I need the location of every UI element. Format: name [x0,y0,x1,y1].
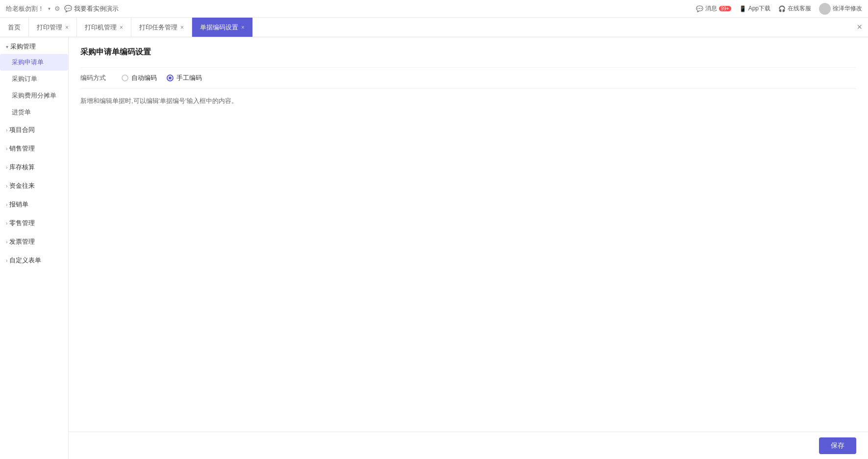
sidebar-group-inventory[interactable]: › 库存核算 [0,158,68,177]
sidebar-group-retail[interactable]: › 零售管理 [0,214,68,232]
tab-print-mgmt[interactable]: 打印管理 × [29,18,77,37]
chevron-down-icon: ▾ [6,44,8,50]
chevron-right-icon: › [6,258,7,263]
tab-printer-mgmt[interactable]: 打印机管理 × [77,18,131,37]
gear-icon[interactable]: ⚙ [54,5,60,12]
top-bar: 给老板勿割！ ▾ ⚙ 💬 我要看实例演示 💬 消息 99+ 📱 App下载 🎧 … [0,0,868,18]
headset-icon: 🎧 [778,5,786,12]
save-button[interactable]: 保存 [819,437,856,454]
sidebar-item-purchase-in[interactable]: 进货单 [0,104,68,121]
phone-icon: 📱 [739,5,746,12]
sidebar-group-capital[interactable]: › 资金往来 [0,177,68,195]
encoding-label: 编码方式 [80,74,110,82]
user-menu[interactable]: 徐泽华修改 [819,3,862,15]
sidebar: ▾ 采购管理 采购申请单 采购订单 采购费用分摊单 进货单 › 项目合同 › 销… [0,37,69,459]
sidebar-group-custom-forms[interactable]: › 自定义表单 [0,251,68,270]
close-barcode-setting-icon[interactable]: × [241,24,245,31]
top-bar-left: 给老板勿割！ ▾ ⚙ 💬 我要看实例演示 [6,4,119,13]
encoding-row: 编码方式 自动编码 手工编码 [80,67,856,89]
radio-manual-code[interactable]: 手工编码 [167,74,202,82]
message-icon: 💬 [696,5,703,12]
chevron-right-icon: › [6,146,7,152]
tab-print-task-mgmt[interactable]: 打印任务管理 × [131,18,192,37]
tab-bar-spacer [253,18,851,37]
sidebar-group-purchase[interactable]: ▾ 采购管理 [0,37,68,54]
content-area: 采购申请单编码设置 编码方式 自动编码 手工编码 新增和编辑单据时,可以编辑'单… [69,37,868,459]
close-printer-mgmt-icon[interactable]: × [120,24,123,31]
close-print-task-mgmt-icon[interactable]: × [180,24,184,31]
chevron-right-icon: › [6,165,7,170]
radio-manual-code-circle [167,75,174,81]
close-print-mgmt-icon[interactable]: × [65,24,69,31]
content-inner: 采购申请单编码设置 编码方式 自动编码 手工编码 新增和编辑单据时,可以编辑'单… [69,37,868,432]
sidebar-group-purchase-label: 采购管理 [10,42,36,51]
sidebar-group-sales-mgmt[interactable]: › 销售管理 [0,139,68,158]
sidebar-group-project-contract[interactable]: › 项目合同 [0,121,68,139]
radio-group: 自动编码 手工编码 [122,74,202,82]
tab-printer-mgmt-label: 打印机管理 [85,23,117,32]
tab-print-mgmt-label: 打印管理 [37,23,62,32]
main-layout: ▾ 采购管理 采购申请单 采购订单 采购费用分摊单 进货单 › 项目合同 › 销… [0,37,868,459]
demo-link[interactable]: 💬 我要看实例演示 [64,4,119,13]
radio-manual-code-label: 手工编码 [176,74,202,82]
avatar [819,3,831,15]
app-download-button[interactable]: 📱 App下载 [739,4,770,13]
sidebar-item-purchase-expense[interactable]: 采购费用分摊单 [0,87,68,104]
chevron-right-icon: › [6,202,7,207]
sidebar-group-return[interactable]: › 报销单 [0,195,68,214]
page-title: 采购申请单编码设置 [80,47,856,57]
radio-auto-code-circle [122,75,128,81]
online-service-button[interactable]: 🎧 在线客服 [778,4,811,13]
tab-bar: 首页 打印管理 × 打印机管理 × 打印任务管理 × 单据编码设置 × × [0,18,868,37]
top-bar-right: 💬 消息 99+ 📱 App下载 🎧 在线客服 徐泽华修改 [696,3,862,15]
tab-home[interactable]: 首页 [0,18,29,37]
tab-barcode-setting-label: 单据编码设置 [200,23,238,32]
sidebar-item-purchase-req[interactable]: 采购申请单 [0,54,68,71]
radio-auto-code[interactable]: 自动编码 [122,74,157,82]
chevron-right-icon: › [6,183,7,189]
chevron-right-icon: › [6,239,7,245]
close-all-tabs-button[interactable]: × [851,18,868,37]
sidebar-item-purchase-order[interactable]: 采购订单 [0,71,68,87]
tab-home-label: 首页 [8,23,21,32]
message-button[interactable]: 💬 消息 99+ [696,4,731,13]
chevron-down-icon: ▾ [48,6,50,11]
chevron-right-icon: › [6,221,7,226]
content-footer: 保存 [69,432,868,459]
tab-print-task-mgmt-label: 打印任务管理 [139,23,177,32]
hint-text: 新增和编辑单据时,可以编辑'单据编号'输入框中的内容。 [80,97,856,105]
tab-barcode-setting[interactable]: 单据编码设置 × [192,18,253,37]
brand-text: 给老板勿割！ [6,4,44,13]
sidebar-group-invoice[interactable]: › 发票管理 [0,232,68,251]
radio-auto-code-label: 自动编码 [131,74,157,82]
chevron-right-icon: › [6,128,7,133]
message-badge: 99+ [719,6,731,11]
